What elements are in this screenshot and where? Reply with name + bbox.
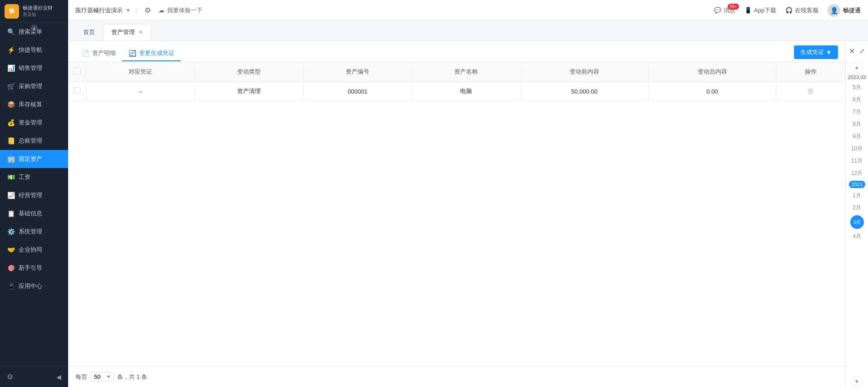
col-checkbox [68,62,86,82]
search-icon: 🔍 [7,28,15,36]
pagination: 每页 10 20 50 100 条，共 1 条 [68,366,845,387]
sidebar-item-ledger[interactable]: 📒 总账管理 [0,132,68,150]
row-delete-icon[interactable]: 🗑 [807,87,814,95]
tab-close-icon[interactable]: ✕ [139,29,143,35]
sales-icon: 📊 [7,64,15,72]
inner-tab-change[interactable]: 🔄 变更生成凭证 [122,46,181,61]
sidebar-logo: 畅 畅捷通好业财 普及版 [0,0,68,23]
panel-month-2[interactable]: 2月 [846,202,868,213]
table-row: -- 资产清理 000001 电脑 [68,82,845,101]
sidebar-scroll-up[interactable]: ▲ [30,25,38,32]
topbar-settings-icon[interactable]: ⚙ [141,4,154,17]
sidebar-menu: 🔍 搜索菜单 ⚡ 快捷导航 📊 销售管理 🛒 采购管理 📦 库存核算 💰 资金管… [0,23,68,366]
panel-month-4[interactable]: 4月 [846,231,868,242]
panel-month-5[interactable]: 5月 [846,82,868,93]
cell-after-change: 0.00 [648,82,776,101]
panel-month-nav: ▲ 2023.03 5月 6月 7月 8月 9月 10月 11月 12月 202… [846,60,868,387]
sidebar-item-funds[interactable]: 💰 资金管理 [0,114,68,132]
sidebar-item-sales[interactable]: 📊 销售管理 [0,59,68,77]
cell-asset-name: 电脑 [412,82,521,101]
ledger-icon: 📒 [7,137,15,145]
topbar-feedback[interactable]: ☁ 我要体验一下 [159,6,203,15]
sidebar-item-management[interactable]: 📈 经营管理 [0,186,68,204]
assets-icon: 🏢 [7,155,15,163]
panel-month-9[interactable]: 9月 [846,131,868,142]
col-change-type: 变动类型 [195,62,303,82]
total-count-label: 条，共 1 条 [117,373,147,381]
col-operation: 操作 [776,62,845,82]
panel-expand-icon[interactable]: ⤢ [858,45,867,57]
page-size-label: 每页 [75,373,87,381]
cell-operation: 🗑 [776,82,845,101]
company-selector[interactable]: 医疗器械行业演示 ▼ [75,6,131,15]
panel-month-8[interactable]: 8月 [846,119,868,130]
dropdown-arrow-icon: ▼ [826,49,832,56]
topbar-separator: | [135,7,137,14]
topbar-user[interactable]: 👤 畅捷通 [828,4,861,17]
sidebar-item-salary[interactable]: 💵 工资 [0,168,68,186]
col-asset-code: 资产编号 [303,62,412,82]
panel-month-7[interactable]: 7月 [846,106,868,118]
panel-active-month[interactable]: 3月 [850,215,864,229]
appstore-icon: 📱 [7,282,15,290]
cell-change-type: 资产清理 [195,82,303,101]
sidebar-item-system[interactable]: ⚙️ 系统管理 [0,223,68,241]
generate-voucher-button[interactable]: 生成凭证 ▼ [794,45,838,59]
sidebar-item-quicknav[interactable]: ⚡ 快捷导航 [0,41,68,59]
topbar: 医疗器械行业演示 ▼ | ⚙ ☁ 我要体验一下 💬 消息 99+ 📱 App下载… [68,0,868,21]
purchase-icon: 🛒 [7,82,15,90]
panel-scroll-down[interactable]: ▼ [852,376,863,387]
col-asset-name: 资产名称 [412,62,521,82]
panel-month-12[interactable]: 12月 [846,168,868,179]
cooperation-icon: 🤝 [7,246,15,254]
avatar: 👤 [828,4,840,17]
sidebar-collapse-icon[interactable]: ◀ [56,373,61,381]
sidebar-item-purchase[interactable]: 🛒 采购管理 [0,77,68,95]
page-size-select[interactable]: 10 20 50 100 [91,372,114,382]
management-icon: 📈 [7,191,15,199]
message-icon: 💬 [714,7,721,14]
inner-tab-list[interactable]: 📄 资产明细 [75,46,122,61]
inner-tab-actions: 生成凭证 ▼ [794,45,838,62]
topbar-left: 医疗器械行业演示 ▼ | ⚙ ☁ 我要体验一下 [75,4,203,17]
topbar-app-download[interactable]: 📱 App下载 [744,6,776,15]
guide-icon: 🎯 [7,264,15,272]
cell-asset-code: 000001 [303,82,412,101]
tabbar: 首页 资产管理 ✕ [68,21,868,41]
sidebar: 畅 畅捷通好业财 普及版 ▲ 🔍 搜索菜单 ⚡ 快捷导航 📊 销售管理 🛒 采购… [0,0,68,387]
quicknav-icon: ⚡ [7,46,15,54]
sidebar-item-assets[interactable]: 🏢 固定资产 [0,150,68,168]
logo-icon: 畅 [5,4,19,19]
tab-home[interactable]: 首页 [75,24,103,40]
list-tab-icon: 📄 [82,50,89,57]
select-all-checkbox[interactable] [74,68,80,74]
panel-scroll-up[interactable]: ▲ [852,62,863,73]
sidebar-settings-icon[interactable]: ⚙ [7,372,13,381]
panel-month-6[interactable]: 6月 [846,94,868,105]
panel-year-badge[interactable]: 2023 [849,181,865,188]
table-wrapper: 对应凭证 变动类型 资产编号 资产名称 [68,62,845,366]
col-voucher: 对应凭证 [86,62,195,82]
topbar-customer-service[interactable]: 🎧 在线客服 [785,6,818,15]
panel-month-10[interactable]: 10月 [846,143,868,154]
tab-assets[interactable]: 资产管理 ✕ [104,24,151,40]
company-dropdown-icon: ▼ [125,7,131,14]
sidebar-item-guide[interactable]: 🎯 新手引导 [0,259,68,277]
row-checkbox[interactable] [74,87,80,94]
col-after-change: 变动后内容 [648,62,776,82]
sidebar-item-cooperation[interactable]: 🤝 企业协同 [0,241,68,259]
panel-month-11[interactable]: 11月 [846,155,868,167]
panel-month-1[interactable]: 1月 [846,190,868,201]
inventory-icon: 📦 [7,100,15,109]
panel-year-label: 2023.03 [848,74,866,81]
salary-icon: 💵 [7,173,15,181]
system-icon: ⚙️ [7,228,15,236]
sidebar-item-appstore[interactable]: 📱 应用中心 [0,277,68,295]
logo-text: 畅捷通好业财 普及版 [23,5,53,17]
topbar-messages[interactable]: 💬 消息 99+ [714,6,735,15]
cloud-icon: ☁ [159,7,164,14]
sidebar-item-basic[interactable]: 📋 基础信息 [0,204,68,223]
topbar-right: 💬 消息 99+ 📱 App下载 🎧 在线客服 👤 畅捷通 [714,4,861,17]
sidebar-item-inventory[interactable]: 📦 库存核算 [0,95,68,114]
panel-close-icon[interactable]: ✕ [848,45,856,57]
